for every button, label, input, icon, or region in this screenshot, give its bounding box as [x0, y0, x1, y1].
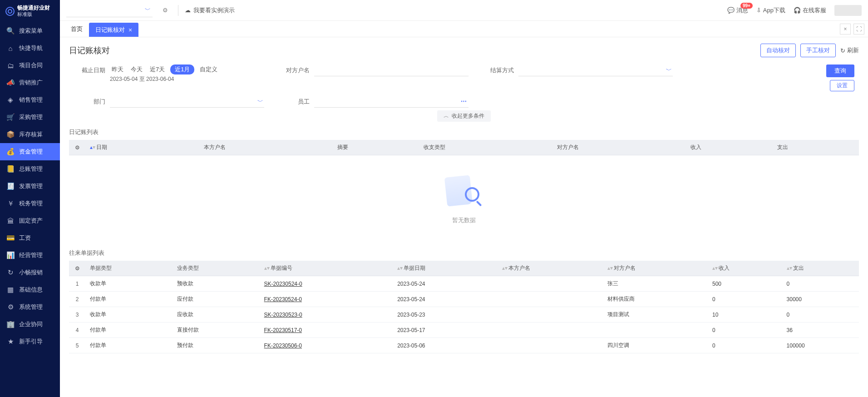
- bill-no-link[interactable]: FK-20230506-0: [264, 342, 302, 349]
- cell-income: 0: [708, 292, 782, 307]
- nav-label: 搜索菜单: [19, 27, 43, 35]
- collapse-label: 收起更多条件: [452, 112, 484, 120]
- table-row[interactable]: 4付款单直接付款FK-20230517-02023-05-17036: [69, 323, 859, 338]
- refresh-icon: ↻: [840, 47, 845, 54]
- bill-no-link[interactable]: FK-20230517-0: [264, 327, 302, 333]
- sidebar-item-12[interactable]: 💳工资: [0, 229, 60, 247]
- col-our-account[interactable]: 本方户名: [199, 140, 333, 155]
- col-expense[interactable]: ▴▾支出: [782, 261, 859, 276]
- manual-check-button[interactable]: 手工核对: [800, 44, 836, 57]
- query-button[interactable]: 查询: [826, 65, 854, 77]
- sidebar-item-13[interactable]: 📊经营管理: [0, 247, 60, 264]
- sidebar-item-7[interactable]: 💰资金管理: [0, 143, 60, 160]
- date-opt-last1m[interactable]: 近1月: [170, 65, 194, 74]
- col-counter-account[interactable]: 对方户名: [552, 140, 686, 155]
- cell-bill-type: 付款单: [85, 292, 173, 307]
- close-icon[interactable]: ×: [128, 26, 132, 34]
- bill-no-link[interactable]: SK-20230523-0: [264, 312, 302, 318]
- col-bill-type[interactable]: 单据类型: [85, 261, 173, 276]
- date-to: 2023-06-04: [146, 76, 174, 82]
- col-income[interactable]: 收入: [686, 140, 772, 155]
- table-row[interactable]: 5付款单预付款FK-20230506-02023-05-06四川空调010000…: [69, 338, 859, 353]
- nav-icon: ↻: [6, 268, 15, 277]
- bill-no-link[interactable]: FK-20230524-0: [264, 296, 302, 303]
- table-row[interactable]: 2付款单应付款FK-20230524-02023-05-24材料供应商03000…: [69, 292, 859, 307]
- headset-icon: 🎧: [794, 7, 801, 14]
- table-settings-button[interactable]: ⚙: [69, 261, 85, 276]
- sidebar-item-8[interactable]: 📒总账管理: [0, 160, 60, 178]
- main-area: ﹀ ⚙ ☁ 我要看实例演示 💬 消息 99+ ⇩ App下载 🎧: [60, 0, 868, 397]
- sidebar-item-4[interactable]: ◈销售管理: [0, 91, 60, 109]
- sidebar-item-11[interactable]: 🏛固定资产: [0, 212, 60, 229]
- nav-icon: 🧾: [6, 182, 15, 190]
- settle-select[interactable]: ﹀: [518, 65, 673, 76]
- download-icon: ⇩: [756, 7, 761, 14]
- auto-check-button[interactable]: 自动核对: [760, 44, 796, 57]
- sidebar-item-0[interactable]: 🔍搜索菜单: [0, 22, 60, 40]
- org-selector[interactable]: ﹀: [66, 4, 153, 17]
- counterparty-input[interactable]: [314, 65, 469, 76]
- sidebar-item-15[interactable]: ▦基础信息: [0, 281, 60, 298]
- nav-icon: ◈: [6, 96, 15, 104]
- sidebar-item-1[interactable]: ⌂快捷导航: [0, 40, 60, 57]
- nav-label: 经营管理: [19, 251, 43, 259]
- date-opt-yesterday[interactable]: 昨天: [110, 65, 125, 74]
- bills-section-title: 往来单据列表: [60, 247, 868, 261]
- fullscreen-button[interactable]: ⛶: [853, 24, 864, 35]
- tab-journal-check[interactable]: 日记账核对 ×: [89, 23, 138, 37]
- sidebar-item-14[interactable]: ↻小畅报销: [0, 264, 60, 281]
- page-header: 日记账核对 自动核对 手工核对 ↻ 刷新: [60, 37, 868, 62]
- date-opt-last7[interactable]: 近7天: [148, 65, 167, 74]
- bill-no-link[interactable]: SK-20230524-0: [264, 281, 302, 287]
- sidebar-item-6[interactable]: 📦库存核算: [0, 126, 60, 143]
- nav-icon: 📣: [6, 79, 15, 87]
- cell-income: 10: [708, 307, 782, 323]
- tab-home[interactable]: 首页: [64, 21, 89, 37]
- col-our-account[interactable]: ▴▾本方户名: [498, 261, 602, 276]
- sidebar-item-18[interactable]: ★新手引导: [0, 333, 60, 350]
- date-opt-today[interactable]: 今天: [129, 65, 144, 74]
- tab-close-all-button[interactable]: ×: [840, 24, 851, 35]
- user-avatar[interactable]: [834, 5, 862, 16]
- sidebar-item-9[interactable]: 🧾发票管理: [0, 178, 60, 195]
- staff-select[interactable]: ⋯: [314, 96, 469, 108]
- col-biz-type[interactable]: 业务类型: [173, 261, 260, 276]
- online-service-button[interactable]: 🎧 在线客服: [794, 6, 826, 15]
- cell-biz-type: 直接付款: [173, 323, 260, 338]
- col-bill-no[interactable]: ▴▾单据编号: [260, 261, 393, 276]
- refresh-button[interactable]: ↻ 刷新: [840, 46, 859, 55]
- sidebar-item-16[interactable]: ⚙系统管理: [0, 298, 60, 316]
- dept-select[interactable]: ﹀: [110, 96, 264, 108]
- sidebar-item-2[interactable]: 🗂项目合同: [0, 57, 60, 74]
- table-settings-button[interactable]: ⚙: [69, 140, 85, 155]
- nav-label: 税务管理: [19, 199, 43, 208]
- cell-bill-type: 收款单: [85, 307, 173, 323]
- col-date[interactable]: ▴▾日期: [85, 140, 199, 155]
- date-opt-custom[interactable]: 自定义: [198, 65, 219, 74]
- cell-counter-account: [603, 323, 708, 338]
- table-row[interactable]: 1收款单预收款SK-20230524-02023-05-24张三5000: [69, 276, 859, 292]
- journal-table: ⚙ ▴▾日期 本方户名 摘要 收支类型 对方户名 收入 支出: [69, 140, 859, 155]
- sidebar: 畅捷通好业财 标准版 🔍搜索菜单⌂快捷导航🗂项目合同📣营销推广◈销售管理🛒采购管…: [0, 0, 60, 397]
- counterparty-label: 对方户名: [278, 65, 310, 74]
- sidebar-item-17[interactable]: 🏢企业协同: [0, 316, 60, 333]
- col-expense[interactable]: 支出: [773, 140, 859, 155]
- sidebar-item-3[interactable]: 📣营销推广: [0, 74, 60, 91]
- table-row[interactable]: 3收款单应收款SK-20230523-02023-05-23项目测试100: [69, 307, 859, 323]
- sidebar-item-5[interactable]: 🛒采购管理: [0, 109, 60, 126]
- col-bill-date[interactable]: ▴▾单据日期: [393, 261, 498, 276]
- col-counter-account[interactable]: ▴▾对方户名: [603, 261, 708, 276]
- collapse-filters-button[interactable]: ︿ 收起更多条件: [437, 110, 491, 122]
- settings-icon[interactable]: ⚙: [159, 4, 172, 17]
- filter-settings-button[interactable]: 设置: [830, 80, 854, 91]
- demo-link[interactable]: ☁ 我要看实例演示: [178, 5, 235, 16]
- messages-button[interactable]: 💬 消息 99+: [727, 6, 748, 15]
- col-summary[interactable]: 摘要: [333, 140, 419, 155]
- col-io-type[interactable]: 收支类型: [419, 140, 552, 155]
- cell-income: 500: [708, 276, 782, 292]
- nav-label: 总账管理: [19, 165, 43, 173]
- sidebar-item-10[interactable]: ￥税务管理: [0, 195, 60, 212]
- cell-our-account: [498, 307, 602, 323]
- col-income[interactable]: ▴▾收入: [708, 261, 782, 276]
- app-download-button[interactable]: ⇩ App下载: [756, 6, 785, 15]
